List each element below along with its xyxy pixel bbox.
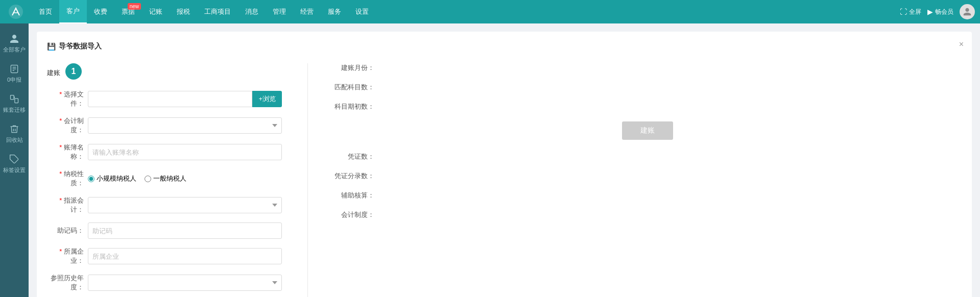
import-icon: 💾 — [47, 42, 56, 51]
fullscreen-btn[interactable]: ⛶ 全屏 — [900, 8, 921, 16]
app-logo — [5, 1, 27, 22]
sidebar-item-migrate[interactable]: 账套迁移 — [0, 89, 29, 119]
voucher-label: 凭证数： — [333, 152, 374, 161]
step-circle: 1 — [65, 63, 82, 80]
step-label: 建账 — [47, 65, 60, 78]
build-btn[interactable]: 建账 — [622, 121, 673, 140]
tax-option-general[interactable]: 一般纳税人 — [145, 174, 186, 183]
memo-label: 助记码： — [47, 226, 84, 235]
sidebar-tags-label: 标签设置 — [3, 166, 26, 174]
month-label: 建账月份： — [333, 63, 374, 72]
nav-service[interactable]: 服务 — [321, 0, 348, 23]
tax-type-radio-group: 小规模纳税人 一般纳税人 — [88, 174, 282, 183]
sidebar-item-all-customers[interactable]: 全部客户 — [0, 29, 29, 59]
import-card: 💾 导爷数据导入 × 建账 1 选择文件： — [37, 32, 972, 297]
sidebar: 全部客户 0申报 账套迁移 回收站 标签设置 — [0, 23, 29, 297]
sidebar-trash-label: 回收站 — [6, 136, 23, 144]
ledger-name-input[interactable] — [88, 144, 282, 160]
accounting-system-label: 会计制度： — [47, 116, 84, 135]
sidebar-all-customers-label: 全部客户 — [3, 46, 26, 54]
nav-settings[interactable]: 设置 — [348, 0, 376, 23]
member-btn[interactable]: ▶ 畅会员 — [927, 8, 953, 16]
nav-invoices[interactable]: 票据 new — [114, 0, 142, 23]
form-area: 建账 1 选择文件： +浏览 会计制度： — [47, 63, 962, 297]
history-year-select[interactable] — [88, 275, 282, 291]
browse-button[interactable]: +浏览 — [252, 91, 282, 107]
accountant-select[interactable] — [88, 197, 282, 213]
close-btn[interactable]: × — [959, 40, 964, 49]
member-icon: ▶ — [927, 8, 933, 16]
vertical-divider — [307, 63, 308, 297]
nav-bookkeeping[interactable]: 记账 — [142, 0, 170, 23]
history-year-label: 参照历史年度： — [47, 274, 84, 292]
fullscreen-icon: ⛶ — [900, 8, 907, 16]
memo-input[interactable] — [88, 222, 282, 239]
aux-accounting-label: 辅助核算： — [333, 191, 374, 200]
topnav-right: ⛶ 全屏 ▶ 畅会员 — [900, 4, 975, 19]
nav-business[interactable]: 工商项目 — [197, 0, 238, 23]
nav-messages[interactable]: 消息 — [238, 0, 266, 23]
step-indicator: 建账 1 — [47, 63, 282, 80]
ledger-name-label: 账簿名称： — [47, 143, 84, 161]
accountant-label: 指派会计： — [47, 196, 84, 214]
card-title: 💾 导爷数据导入 — [47, 42, 962, 51]
svg-rect-5 — [11, 95, 14, 100]
sidebar-declaration-label: 0申报 — [7, 76, 21, 84]
new-badge: new — [128, 3, 141, 10]
match-subjects-label: 匹配科目数： — [333, 83, 374, 92]
svg-rect-6 — [15, 98, 18, 103]
nav-admin[interactable]: 管理 — [266, 0, 293, 23]
nav-items: 首页 客户 收费 票据 new 记账 报税 工商项目 消息 管理 经营 服务 设… — [32, 0, 900, 23]
voucher-entries-label: 凭证分录数： — [333, 171, 374, 181]
ledger-name-row: 账簿名称： — [47, 143, 282, 161]
file-input[interactable] — [88, 91, 252, 107]
aux-accounting-row: 辅助核算： — [333, 191, 962, 200]
company-input[interactable] — [88, 248, 282, 264]
accounting-system-row: 会计制度： — [47, 116, 282, 135]
svg-point-0 — [9, 5, 23, 19]
voucher-entries-row: 凭证分录数： — [333, 171, 962, 181]
month-row: 建账月份： — [333, 63, 962, 72]
accounting-system-select[interactable] — [88, 117, 282, 134]
sidebar-item-declaration[interactable]: 0申报 — [0, 59, 29, 89]
sidebar-migrate-label: 账套迁移 — [3, 106, 26, 114]
sidebar-item-trash[interactable]: 回收站 — [0, 119, 29, 149]
nav-fees[interactable]: 收费 — [87, 0, 114, 23]
file-label: 选择文件： — [47, 90, 84, 108]
nav-customers[interactable]: 客户 — [59, 0, 87, 23]
main-content: 💾 导爷数据导入 × 建账 1 选择文件： — [29, 23, 980, 297]
file-input-group: +浏览 — [88, 91, 282, 107]
topnav: 首页 客户 收费 票据 new 记账 报税 工商项目 消息 管理 经营 服务 设… — [0, 0, 980, 23]
form-right: 建账月份： 匹配科目数： 科目期初数： 建账 凭证数： — [333, 63, 962, 297]
file-row: 选择文件： +浏览 — [47, 90, 282, 108]
company-label: 所属企业： — [47, 247, 84, 265]
initial-balance-label: 科目期初数： — [333, 102, 374, 111]
sidebar-item-tags[interactable]: 标签设置 — [0, 149, 29, 179]
form-left: 建账 1 选择文件： +浏览 会计制度： — [47, 63, 282, 297]
voucher-row: 凭证数： — [333, 152, 962, 161]
nav-home[interactable]: 首页 — [32, 0, 59, 23]
accountant-row: 指派会计： — [47, 196, 282, 214]
initial-balance-row: 科目期初数： — [333, 102, 962, 111]
tax-type-row: 纳税性质： 小规模纳税人 一般纳税人 — [47, 169, 282, 188]
nav-operations[interactable]: 经营 — [293, 0, 321, 23]
history-year-row: 参照历史年度： — [47, 274, 282, 292]
tax-option-small[interactable]: 小规模纳税人 — [88, 174, 136, 183]
accounting-system-info-label: 会计制度： — [333, 210, 374, 219]
accounting-system-info-row: 会计制度： — [333, 210, 962, 219]
avatar[interactable] — [960, 4, 975, 19]
memo-row: 助记码： — [47, 222, 282, 239]
nav-tax[interactable]: 报税 — [170, 0, 197, 23]
match-subjects-row: 匹配科目数： — [333, 83, 962, 92]
company-row: 所属企业： — [47, 247, 282, 265]
tax-type-label: 纳税性质： — [47, 169, 84, 188]
